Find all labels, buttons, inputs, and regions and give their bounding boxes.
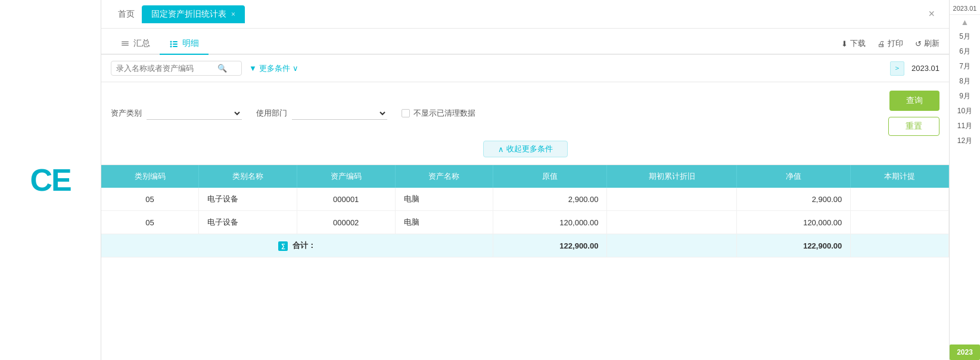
sidebar-month-10[interactable]: 10月 xyxy=(950,104,980,119)
filter-icon: ▼ xyxy=(249,64,257,73)
cell-category-code-2: 05 xyxy=(101,211,199,234)
sidebar-month-5[interactable]: 5月 xyxy=(950,29,980,44)
collapse-up-icon: ∧ xyxy=(498,145,504,154)
cell-asset-name-1: 电脑 xyxy=(395,188,493,211)
active-tab-label: 固定资产折旧统计表 xyxy=(151,9,226,20)
logo-area: CE xyxy=(0,0,101,360)
sidebar-month-9[interactable]: 9月 xyxy=(950,89,980,104)
tab-detail[interactable]: 明细 xyxy=(160,33,209,55)
logo-text: CE xyxy=(30,162,70,198)
category-label: 资产类别 xyxy=(111,108,142,119)
cell-category-code-1: 05 xyxy=(101,188,199,211)
collapse-button[interactable]: ∧ 收起更多条件 xyxy=(483,141,568,157)
cell-current-provision-1 xyxy=(851,188,949,211)
cell-asset-name-2: 电脑 xyxy=(395,211,493,234)
table-wrap: 类别编码 类别名称 资产编码 资产名称 原值 期初累计折旧 净值 本期计提 05… xyxy=(101,165,949,360)
col-asset-name: 资产名称 xyxy=(395,165,493,188)
col-accumulated-depreciation: 期初累计折旧 xyxy=(607,165,737,188)
print-button[interactable]: 🖨 打印 xyxy=(878,38,903,49)
refresh-button[interactable]: ↺ 刷新 xyxy=(915,38,939,49)
col-net-value: 净值 xyxy=(736,165,850,188)
svg-rect-8 xyxy=(173,46,178,47)
sidebar-month-6[interactable]: 6月 xyxy=(950,44,980,59)
filter-department: 使用部门 xyxy=(256,107,387,120)
sidebar-month-8[interactable]: 8月 xyxy=(950,74,980,89)
table-row: 05 电子设备 000002 电脑 120,000.00 120,000.00 xyxy=(101,211,949,234)
cell-accumulated-2 xyxy=(607,211,737,234)
more-filter-button[interactable]: ▼ 更多条件 ∨ xyxy=(249,63,298,74)
download-label: 下载 xyxy=(850,38,866,49)
total-label-cell: ∑ 合计： xyxy=(101,234,493,257)
sidebar-month-12[interactable]: 12月 xyxy=(950,134,980,148)
cell-category-name-1: 电子设备 xyxy=(199,188,297,211)
svg-rect-1 xyxy=(122,43,129,44)
table-header-row: 类别编码 类别名称 资产编码 资产名称 原值 期初累计折旧 净值 本期计提 xyxy=(101,165,949,188)
total-label: 合计： xyxy=(293,241,316,250)
col-category-code: 类别编码 xyxy=(101,165,199,188)
active-tab[interactable]: 固定资产折旧统计表 × xyxy=(142,5,245,23)
search-input[interactable] xyxy=(116,64,217,73)
current-year-label: 2023 xyxy=(957,348,973,356)
search-input-wrap: 🔍 xyxy=(111,61,242,76)
filter-hide-cleared: 不显示已清理数据 xyxy=(402,108,475,119)
asset-table: 类别编码 类别名称 资产编码 资产名称 原值 期初累计折旧 净值 本期计提 05… xyxy=(101,165,949,257)
tab-detail-label: 明细 xyxy=(182,38,199,49)
sidebar-year-current[interactable]: 2023 xyxy=(950,345,980,360)
svg-point-5 xyxy=(170,44,172,45)
hide-cleared-label: 不显示已清理数据 xyxy=(413,108,475,119)
date-label: 2023.01 xyxy=(911,64,939,73)
table-row: 05 电子设备 000001 电脑 2,900.00 2,900.00 xyxy=(101,188,949,211)
sidebar-month-7[interactable]: 7月 xyxy=(950,59,980,74)
right-sidebar: 2023.01 ▲ 5月 6月 7月 8月 9月 10月 11月 12月 202… xyxy=(949,0,980,360)
tab-summary[interactable]: 汇总 xyxy=(111,33,160,55)
top-nav-bar: 首页 固定资产折旧统计表 × × xyxy=(101,0,949,29)
sidebar-date: 2023.01 xyxy=(950,0,980,15)
cell-original-value-2: 120,000.00 xyxy=(493,211,607,234)
search-bar: 🔍 ▼ 更多条件 ∨ ＞ 2023.01 xyxy=(101,55,949,82)
query-button[interactable]: 查询 xyxy=(889,91,939,111)
filter-row: 资产类别 使用部门 不显示已清理数据 xyxy=(111,91,939,136)
svg-rect-2 xyxy=(122,45,129,46)
cell-asset-code-2: 000002 xyxy=(297,211,395,234)
reset-button[interactable]: 重置 xyxy=(888,117,939,136)
total-net-value: 122,900.00 xyxy=(736,234,850,257)
tab-summary-label: 汇总 xyxy=(133,38,150,49)
search-icon[interactable]: 🔍 xyxy=(217,64,227,73)
window-close-button[interactable]: × xyxy=(923,5,939,23)
refresh-icon: ↺ xyxy=(915,39,922,48)
tab-bar: 汇总 明细 ⬇ 下载 🖨 打印 xyxy=(101,29,949,55)
more-filter-label: 更多条件 xyxy=(259,63,290,74)
cell-category-name-2: 电子设备 xyxy=(199,211,297,234)
svg-point-7 xyxy=(170,46,172,48)
more-filter-arrow: ∨ xyxy=(293,64,298,73)
department-select[interactable] xyxy=(292,107,387,120)
collapse-row: ∧ 收起更多条件 xyxy=(111,136,939,160)
download-icon: ⬇ xyxy=(841,39,848,48)
category-select[interactable] xyxy=(147,107,242,120)
hide-cleared-checkbox[interactable] xyxy=(402,109,410,117)
svg-rect-6 xyxy=(173,44,178,45)
total-row: ∑ 合计： 122,900.00 122,900.00 xyxy=(101,234,949,257)
print-icon: 🖨 xyxy=(878,39,885,48)
collapse-label: 收起更多条件 xyxy=(506,144,553,154)
col-current-provision: 本期计提 xyxy=(851,165,949,188)
col-category-name: 类别名称 xyxy=(199,165,297,188)
scroll-up-button[interactable]: ▲ xyxy=(950,15,980,29)
nav-home-link[interactable]: 首页 xyxy=(111,9,142,20)
download-button[interactable]: ⬇ 下载 xyxy=(841,38,866,49)
filter-area: 资产类别 使用部门 不显示已清理数据 xyxy=(101,82,949,165)
layers-icon xyxy=(120,39,130,48)
filter-buttons: 查询 重置 xyxy=(888,91,939,136)
cell-net-value-1: 2,900.00 xyxy=(736,188,850,211)
cell-asset-code-1: 000001 xyxy=(297,188,395,211)
total-original-value: 122,900.00 xyxy=(493,234,607,257)
main-content: 首页 固定资产折旧统计表 × × 汇总 xyxy=(101,0,949,360)
cell-net-value-2: 120,000.00 xyxy=(736,211,850,234)
sidebar-month-11[interactable]: 11月 xyxy=(950,119,980,134)
list-icon xyxy=(169,39,179,48)
cell-original-value-1: 2,900.00 xyxy=(493,188,607,211)
expand-sidebar-button[interactable]: ＞ xyxy=(890,61,904,76)
tab-close-icon[interactable]: × xyxy=(231,10,235,18)
svg-point-3 xyxy=(170,41,172,43)
print-label: 打印 xyxy=(888,38,903,49)
